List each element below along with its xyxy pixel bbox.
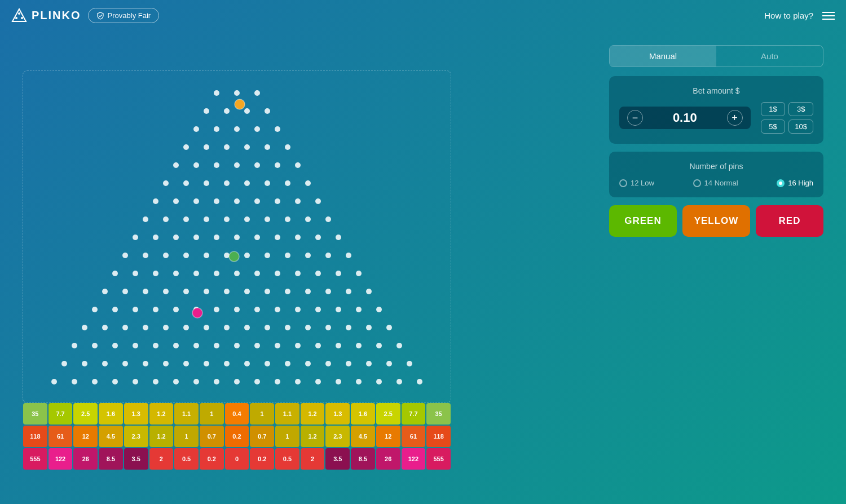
svg-point-165 [285,361,290,366]
svg-point-158 [143,361,148,366]
score-cell: 1.2 [301,426,325,447]
svg-point-70 [183,253,189,258]
mode-tabs: Manual Auto [609,45,823,67]
svg-point-164 [265,361,270,366]
tab-auto[interactable]: Auto [716,46,823,67]
svg-point-189 [396,379,402,384]
tab-manual[interactable]: Manual [610,46,716,67]
bet-increase-button[interactable]: + [727,110,743,126]
pins-card: Number of pins 12 Low 14 Normal 16 High [609,152,823,197]
svg-point-105 [366,289,372,294]
svg-point-12 [214,126,219,132]
score-cell: 2.5 [376,403,400,425]
svg-point-62 [254,235,260,240]
score-cell: 7.7 [402,403,426,425]
svg-point-115 [275,307,280,312]
svg-point-132 [305,325,311,330]
svg-point-141 [153,343,158,348]
score-cell: 0.2 [225,426,249,447]
svg-point-2 [15,17,17,19]
svg-point-99 [244,289,250,294]
svg-point-129 [244,325,250,330]
svg-point-80 [133,271,138,276]
svg-point-176 [133,379,138,384]
preset-5[interactable]: 5$ [761,120,786,134]
svg-point-188 [376,379,382,384]
score-cell: 7.7 [49,403,73,425]
svg-point-127 [204,325,209,330]
pins-options: 12 Low 14 Normal 16 High [619,179,813,187]
green-button[interactable]: GREEN [609,205,677,237]
svg-point-168 [346,361,351,366]
svg-point-133 [325,325,331,330]
svg-point-5 [234,90,240,96]
preset-1[interactable]: 1$ [761,102,786,116]
score-cell: 4.5 [99,426,123,447]
svg-point-154 [61,361,67,366]
pin-16-high[interactable]: 16 High [777,179,813,187]
yellow-button[interactable]: YELLOW [682,205,750,237]
svg-point-41 [234,198,240,204]
svg-point-93 [122,289,128,294]
bet-card: Bet amount $ − 0.10 + 1$ 3$ 5$ 10$ [609,76,823,144]
score-cell: 1 [275,426,299,447]
red-button[interactable]: RED [756,205,823,237]
score-cell: 118 [426,426,451,447]
score-cell: 1.2 [301,403,325,425]
logo-icon [11,8,27,24]
score-cell: 8.5 [99,448,123,470]
score-row-2: 11861124.52.31.210.70.20.711.22.34.51261… [23,426,451,447]
preset-10[interactable]: 10$ [788,120,813,134]
svg-point-59 [193,235,199,240]
svg-point-92 [102,289,108,294]
svg-point-64 [295,235,301,240]
svg-point-102 [305,289,311,294]
svg-point-49 [204,216,209,222]
svg-point-191 [235,99,245,109]
svg-point-28 [295,162,301,168]
svg-point-20 [265,144,270,150]
svg-point-142 [173,343,179,348]
how-to-play-link[interactable]: How to play? [764,11,813,20]
svg-point-175 [112,379,118,384]
svg-point-187 [356,379,362,384]
svg-point-44 [295,198,301,204]
score-cell: 0.5 [174,448,199,470]
svg-point-94 [143,289,148,294]
svg-point-138 [92,343,98,348]
svg-point-106 [92,307,98,312]
svg-point-40 [214,198,219,204]
game-area: // We'll place dots programmatically via… [23,31,474,493]
score-cell: 0.2 [200,448,224,470]
svg-point-61 [234,235,240,240]
bet-decrease-button[interactable]: − [627,110,643,126]
svg-point-119 [356,307,362,312]
score-cell: 1.3 [325,403,350,425]
svg-point-81 [153,271,158,276]
pin-14-normal[interactable]: 14 Normal [693,179,738,187]
svg-point-190 [417,379,422,384]
svg-point-146 [254,343,260,348]
svg-point-26 [254,162,260,168]
svg-point-25 [234,162,240,168]
score-cell: 2.3 [124,426,148,447]
radio-12-low [619,179,627,187]
svg-point-11 [193,126,199,132]
svg-point-3 [21,17,23,19]
svg-point-107 [112,307,118,312]
svg-point-174 [92,379,98,384]
svg-point-21 [285,144,290,150]
score-cell: 26 [73,448,98,470]
pin-12-low[interactable]: 12 Low [619,179,654,187]
svg-point-147 [275,343,280,348]
header-right: How to play? [764,11,835,20]
svg-point-67 [122,253,128,258]
svg-point-10 [265,108,270,114]
svg-point-131 [285,325,290,330]
svg-point-104 [346,289,351,294]
shield-icon [96,12,104,20]
provably-fair-button[interactable]: Provably Fair [88,8,160,23]
svg-point-184 [295,379,301,384]
preset-3[interactable]: 3$ [788,102,813,116]
menu-icon[interactable] [822,12,835,20]
